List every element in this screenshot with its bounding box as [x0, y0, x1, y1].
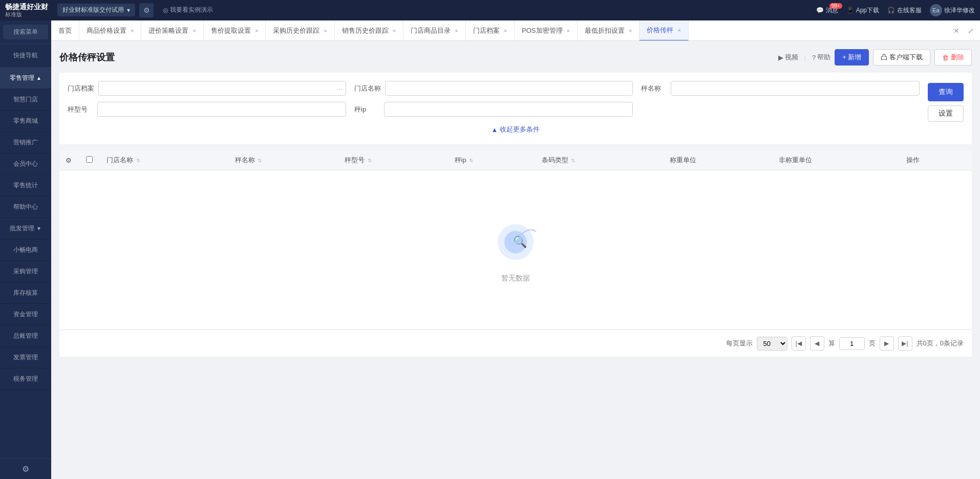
page-title: 价格传秤设置: [59, 51, 115, 63]
store-file-input-wrapper: ···: [98, 81, 346, 96]
message-icon: 💬: [816, 7, 824, 14]
user-menu-btn[interactable]: Ea 徐泽华修改: [930, 4, 975, 16]
store-name-input[interactable]: [385, 81, 633, 96]
scale-model-input[interactable]: [97, 102, 346, 117]
main-area: 搜索菜单 快捷导航 零售管理 ▲ 智慧门店 零售商城 营销推广: [0, 20, 980, 479]
scale-name-input[interactable]: [671, 81, 920, 96]
sidebar-item-invoice[interactable]: 发票管理: [0, 347, 51, 368]
help-link[interactable]: ? 帮助: [812, 53, 830, 62]
sidebar-item-inventory[interactable]: 库存核算: [0, 282, 51, 304]
sidebar-item-smart-store[interactable]: 智慧门店: [0, 89, 51, 111]
collapse-up-icon: ▲: [492, 126, 498, 134]
sidebar-item-member[interactable]: 会员中心: [0, 154, 51, 175]
set-btn[interactable]: 设置: [928, 105, 964, 122]
sidebar-item-marketing[interactable]: 营销推广: [0, 132, 51, 154]
top-bar: 畅捷通好业财 标准版 好业财标准版交付试用 ▾ ⚙ ◎ 我要看实例演示 💬 消息…: [0, 0, 980, 20]
tab-min-discount[interactable]: 最低折扣设置 ×: [578, 20, 640, 41]
settings-icon-btn[interactable]: ⚙: [139, 3, 154, 17]
select-all-checkbox[interactable]: [86, 156, 93, 163]
tab-store-file-close[interactable]: ×: [504, 28, 507, 34]
sidebar-item-capital[interactable]: 资金管理: [0, 304, 51, 325]
tab-purchase-strategy[interactable]: 进价策略设置 ×: [141, 20, 203, 41]
page-input[interactable]: 1: [839, 337, 865, 350]
download-btn[interactable]: 凸 客户端下载: [873, 49, 930, 66]
sidebar-item-tax[interactable]: 税务管理: [0, 368, 51, 390]
store-file-input[interactable]: [98, 81, 346, 96]
collapse-btn[interactable]: ▲ 收起更多条件: [68, 123, 964, 136]
settings-gear-icon[interactable]: ⚙: [66, 157, 72, 164]
first-page-btn[interactable]: |◀: [792, 336, 806, 351]
tab-store-catalog-close[interactable]: ×: [455, 28, 458, 34]
video-link[interactable]: ▶ 视频: [778, 53, 798, 62]
tab-price-settings-label: 商品价格设置: [87, 26, 126, 35]
user-avatar: Ea: [930, 4, 942, 16]
tab-sales-history-close[interactable]: ×: [393, 28, 396, 34]
svg-text:🔍: 🔍: [513, 235, 527, 249]
tab-price-scale[interactable]: 价格传秤 ×: [640, 20, 688, 41]
delete-btn[interactable]: 🗑 删除: [934, 49, 972, 66]
sidebar-item-purchase[interactable]: 采购管理: [0, 261, 51, 282]
tab-purchase-history[interactable]: 采购历史价跟踪 ×: [266, 20, 334, 41]
smart-store-label: 智慧门店: [13, 95, 38, 104]
tab-price-scale-close[interactable]: ×: [677, 27, 680, 33]
tab-selling-price[interactable]: 售价提取设置 ×: [204, 20, 266, 41]
tab-purchase-history-close[interactable]: ×: [324, 28, 327, 34]
collapse-label: 收起更多条件: [500, 125, 540, 134]
query-btn[interactable]: 查询: [928, 83, 964, 101]
delete-label: 删除: [951, 53, 964, 62]
sidebar-item-xiaochang[interactable]: 小畅电商: [0, 239, 51, 261]
page-size-select[interactable]: 10 20 50 100: [757, 337, 787, 351]
sidebar-item-help[interactable]: 帮助中心: [0, 197, 51, 218]
tab-home[interactable]: 首页: [51, 20, 79, 41]
demo-label: 我要看实例演示: [170, 6, 213, 14]
tab-price-settings[interactable]: 商品价格设置 ×: [79, 20, 141, 41]
page-size-label: 每页显示: [726, 339, 753, 348]
sidebar-item-wholesale[interactable]: 批发管理 ▼: [0, 218, 51, 239]
tab-store-file[interactable]: 门店档案 ×: [466, 20, 515, 41]
message-btn[interactable]: 💬 消息 99+: [816, 6, 838, 15]
th-scale-name-label: 秤名称: [235, 156, 255, 164]
scale-ip-input[interactable]: [384, 102, 633, 117]
sidebar-item-general-ledger[interactable]: 总账管理: [0, 325, 51, 347]
sidebar-settings-btn[interactable]: ⚙: [22, 464, 29, 474]
form-item-scale-model: 秤型号: [68, 102, 346, 117]
tab-purchase-strategy-close[interactable]: ×: [193, 28, 196, 34]
tab-selling-price-close[interactable]: ×: [255, 28, 258, 34]
tab-min-discount-close[interactable]: ×: [629, 28, 632, 34]
pagination-bar: 每页显示 10 20 50 100 |◀ ◀ 算 1 页 ▶ ▶| 共0页，0条…: [59, 330, 972, 357]
last-page-btn[interactable]: ▶|: [898, 336, 912, 351]
empty-state-cell: 🔍 暂无数据: [59, 170, 972, 330]
quick-nav-btn[interactable]: 快捷导航: [0, 47, 51, 64]
tab-expand-btn[interactable]: ⤢: [966, 25, 976, 37]
app-download-btn[interactable]: 📱 App下载: [846, 6, 879, 15]
th-operation: 操作: [900, 150, 972, 170]
version-selector[interactable]: 好业财标准版交付试用 ▾: [57, 4, 135, 16]
top-bar-right: 💬 消息 99+ 📱 App下载 🎧 在线客服 Ea 徐泽华修改: [816, 4, 975, 16]
demo-icon: ◎: [163, 7, 168, 14]
sidebar-item-retail-mall[interactable]: 零售商城: [0, 111, 51, 132]
demo-button[interactable]: ◎ 我要看实例演示: [163, 6, 213, 14]
tab-selling-price-label: 售价提取设置: [211, 26, 251, 35]
tab-price-settings-close[interactable]: ×: [131, 28, 134, 34]
next-page-btn[interactable]: ▶: [880, 336, 894, 351]
tab-sales-history[interactable]: 销售历史价跟踪 ×: [335, 20, 403, 41]
sidebar-item-retail[interactable]: 零售管理 ▲: [0, 68, 51, 89]
tab-store-catalog[interactable]: 门店商品目录 ×: [403, 20, 465, 41]
tab-close-all-btn[interactable]: ✕: [951, 25, 962, 37]
online-service-btn[interactable]: 🎧 在线客服: [887, 6, 922, 15]
inventory-label: 库存核算: [13, 289, 38, 297]
page-content: 价格传秤设置 ▶ 视频 | ? 帮助 + 新增 凸 客户端下载: [51, 41, 980, 479]
empty-state: 🔍 暂无数据: [66, 176, 966, 324]
search-menu-btn[interactable]: 搜索菜单: [3, 25, 48, 39]
tab-purchase-history-label: 采购历史价跟踪: [273, 26, 319, 35]
th-barcode-type: 条码类型 ⇅: [536, 150, 664, 170]
tab-pos-management[interactable]: POS加密管理 ×: [515, 20, 578, 41]
arrow-icon: ▲: [36, 75, 41, 81]
sidebar-item-retail-stats[interactable]: 零售统计: [0, 175, 51, 197]
service-icon: 🎧: [887, 7, 895, 14]
sidebar-search-area: 搜索菜单: [0, 20, 51, 44]
add-btn[interactable]: + 新增: [835, 49, 869, 66]
prev-page-btn[interactable]: ◀: [810, 336, 824, 351]
tab-pos-management-close[interactable]: ×: [567, 28, 570, 34]
more-options-icon[interactable]: ···: [336, 84, 342, 92]
